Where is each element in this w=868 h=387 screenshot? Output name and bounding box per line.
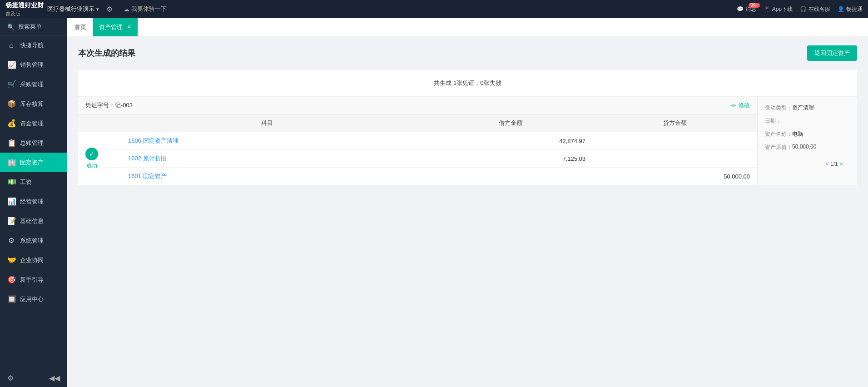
result-card: 共生成 1张凭证，0张失败 凭证字号：记-003 ✏ 修改 xyxy=(78,70,857,185)
pagination: < 1/1 > xyxy=(765,157,850,171)
logo-edition: 普及版 xyxy=(5,10,44,17)
date-label: 日期： xyxy=(765,117,792,125)
home-icon: ⌂ xyxy=(7,41,15,50)
asset-name-value: 电脑 xyxy=(792,130,803,138)
sidebar-item-finance[interactable]: 💰 资金管理 xyxy=(0,114,67,133)
search-icon: 🔍 xyxy=(7,24,15,30)
avatar-icon: 👤 xyxy=(838,6,844,12)
app-center-icon: 🔲 xyxy=(7,295,15,303)
table-row: ✓ 成功 1606 固定资产清理 42,874.97 xyxy=(78,132,757,150)
pagination-info: 1/1 xyxy=(830,161,839,167)
sidebar-item-payroll[interactable]: 💵 工资 xyxy=(0,172,67,192)
finance-icon: 💰 xyxy=(7,119,15,128)
settings-bottom-icon[interactable]: ⚙ xyxy=(7,374,14,382)
experience-button[interactable]: ☁ 我要体验一下 xyxy=(124,5,167,13)
tab-bar: 首页 资产管理 ✕ xyxy=(67,18,868,36)
fixed-assets-icon: 🏢 xyxy=(7,158,15,167)
sidebar-item-system[interactable]: ⚙ 系统管理 xyxy=(0,231,67,250)
sidebar-label-finance: 资金管理 xyxy=(20,119,44,128)
payroll-icon: 💵 xyxy=(7,178,15,186)
guide-icon: 🎯 xyxy=(7,275,15,284)
sidebar-item-inventory[interactable]: 📦 库存核算 xyxy=(0,94,67,114)
credit-cell-3: 50,000.00 xyxy=(593,168,757,185)
result-summary: 共生成 1张凭证，0张失败 xyxy=(78,70,857,97)
voucher-header-bar: 凭证字号：记-003 ✏ 修改 xyxy=(78,97,757,114)
online-service-label: 在线客服 xyxy=(808,5,830,13)
account-cell-2: 1602 累计折旧 xyxy=(105,150,428,168)
sidebar-item-operations[interactable]: 📊 经营管理 xyxy=(0,192,67,211)
page-header: 本次生成的结果 返回固定资产 xyxy=(78,45,857,61)
page-content: 本次生成的结果 返回固定资产 共生成 1张凭证，0张失败 凭证字号：记-003 xyxy=(67,36,868,387)
operations-icon: 📊 xyxy=(7,197,15,206)
account-cell-1: 1606 固定资产清理 xyxy=(105,132,428,150)
sidebar-item-purchase[interactable]: 🛒 采购管理 xyxy=(0,74,67,94)
edit-icon: ✏ xyxy=(731,102,736,109)
system-icon: ⚙ xyxy=(7,236,15,245)
tab-asset-mgmt-label: 资产管理 xyxy=(99,23,123,31)
logo: 畅捷通好业财 普及版 xyxy=(5,1,44,17)
sidebar-item-basic-info[interactable]: 📝 基础信息 xyxy=(0,211,67,231)
original-value-value: 50,000.00 xyxy=(792,144,816,150)
headset-icon: 🎧 xyxy=(800,6,807,12)
debit-cell-2: 7,125.03 xyxy=(428,150,593,168)
sidebar-item-guide[interactable]: 🎯 新手引导 xyxy=(0,270,67,289)
app-download-button[interactable]: 📱 App下载 xyxy=(764,5,793,13)
sidebar-label-purchase: 采购管理 xyxy=(20,80,44,89)
cloud-icon: ☁ xyxy=(124,6,129,13)
sidebar-label-guide: 新手引导 xyxy=(20,276,44,284)
collapse-icon[interactable]: ◀◀ xyxy=(49,374,60,382)
user-menu[interactable]: 👤 畅捷通 xyxy=(838,5,863,13)
message-button[interactable]: 💬 消息 99+ xyxy=(737,5,756,13)
sidebar-item-fixed-assets[interactable]: 🏢 固定资产 xyxy=(0,153,67,172)
return-button[interactable]: 返回固定资产 xyxy=(807,45,857,61)
sidebar-item-ledger[interactable]: 📋 总账管理 xyxy=(0,133,67,153)
original-value-label: 资产原值： xyxy=(765,144,792,151)
col-credit: 贷方金额 xyxy=(593,114,757,132)
info-date: 日期： xyxy=(765,117,850,125)
sidebar: 🔍 搜索菜单 ⌂ 快捷导航 📈 销售管理 🛒 采购管理 📦 库存核算 💰 xyxy=(0,18,67,387)
online-service-button[interactable]: 🎧 在线客服 xyxy=(800,5,830,13)
pagination-prev[interactable]: < xyxy=(826,161,829,167)
sidebar-item-enterprise[interactable]: 🤝 企业协同 xyxy=(0,250,67,270)
tab-close-icon[interactable]: ✕ xyxy=(127,24,131,30)
info-asset-name: 资产名称： 电脑 xyxy=(765,130,850,138)
sidebar-label-quick-nav: 快捷导航 xyxy=(20,41,44,50)
username: 畅捷通 xyxy=(846,5,863,13)
credit-cell-1 xyxy=(593,132,757,150)
pagination-next[interactable]: > xyxy=(839,161,843,167)
sidebar-label-sales: 销售管理 xyxy=(20,61,44,69)
message-badge: 99+ xyxy=(749,3,759,8)
voucher-section: 凭证字号：记-003 ✏ 修改 科目 xyxy=(78,97,857,185)
mobile-icon: 📱 xyxy=(764,6,770,12)
main-layout: 🔍 搜索菜单 ⌂ 快捷导航 📈 销售管理 🛒 采购管理 📦 库存核算 💰 xyxy=(0,18,868,387)
info-change-type: 变动类型： 资产清理 xyxy=(765,104,850,112)
voucher-number: 凭证字号：记-003 xyxy=(85,101,133,109)
sidebar-item-app-center[interactable]: 🔲 应用中心 xyxy=(0,289,67,309)
sidebar-item-sales[interactable]: 📈 销售管理 xyxy=(0,55,67,74)
voucher-info-panel: 变动类型： 资产清理 日期： 资产名称： 电脑 资产原值： xyxy=(757,97,857,185)
edit-button[interactable]: ✏ 修改 xyxy=(731,101,750,109)
sidebar-label-basic-info: 基础信息 xyxy=(20,217,44,225)
search-menu[interactable]: 🔍 搜索菜单 xyxy=(0,18,67,36)
table-row: 1602 累计折旧 7,125.03 xyxy=(78,150,757,168)
company-selector[interactable]: 医疗器械行业演示 ▾ xyxy=(47,5,99,13)
tab-home[interactable]: 首页 xyxy=(74,18,93,36)
sidebar-label-app-center: 应用中心 xyxy=(20,295,44,303)
header-left: 畅捷通好业财 普及版 医疗器械行业演示 ▾ ⚙ ☁ 我要体验一下 xyxy=(5,1,167,17)
sidebar-label-payroll: 工资 xyxy=(20,178,32,186)
chevron-down-icon: ▾ xyxy=(96,6,99,12)
status-cell: ✓ 成功 xyxy=(78,132,105,185)
credit-cell-2 xyxy=(593,150,757,168)
company-name: 医疗器械行业演示 xyxy=(47,5,94,13)
settings-icon[interactable]: ⚙ xyxy=(106,5,113,14)
sidebar-item-quick-nav[interactable]: ⌂ 快捷导航 xyxy=(0,36,67,55)
sidebar-label-operations: 经营管理 xyxy=(20,198,44,206)
edit-label: 修改 xyxy=(738,101,750,109)
table-row: 1601 固定资产 50,000.00 xyxy=(78,168,757,185)
sidebar-bottom: ⚙ ◀◀ xyxy=(0,369,67,387)
sales-icon: 📈 xyxy=(7,60,15,69)
tab-home-label: 首页 xyxy=(74,23,86,31)
debit-cell-3 xyxy=(428,168,593,185)
tab-asset-mgmt[interactable]: 资产管理 ✕ xyxy=(93,18,138,36)
sidebar-label-system: 系统管理 xyxy=(20,237,44,245)
